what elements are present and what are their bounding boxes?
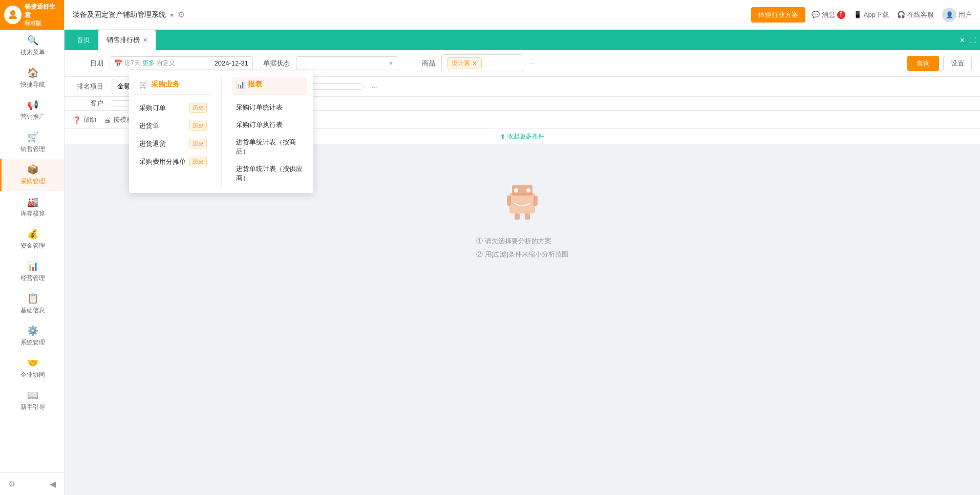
svg-rect-8: [525, 213, 530, 220]
goods-label: 商品: [404, 59, 435, 68]
app-download-action[interactable]: 📱 App下载: [854, 10, 889, 19]
history-badge-3: 历史: [189, 157, 207, 166]
incoming-stats-supplier-item[interactable]: 进货单统计表（按供应商）: [232, 160, 308, 187]
tab-expand-icon[interactable]: ⛶: [969, 36, 976, 44]
tab-bar-end: ✕ ⛶: [960, 36, 976, 44]
online-service-action[interactable]: 🎧 在线客服: [897, 10, 934, 19]
svg-rect-6: [534, 196, 538, 206]
filter-actions: 查询 设置: [907, 56, 972, 71]
industry-btn[interactable]: 体验行业方案: [751, 7, 805, 23]
topbar-actions: 💬 消息 5 📱 App下载 🎧 在线客服 👤 用户: [812, 8, 972, 22]
purchase-section-icon: 🛒: [139, 80, 148, 89]
doc-status-select[interactable]: ▾: [296, 56, 398, 70]
salesman-more-btn[interactable]: ···: [372, 83, 377, 91]
message-badge: 5: [837, 11, 845, 19]
purchase-cost-item[interactable]: 采购费用分摊单 历史: [135, 153, 211, 170]
help-btn[interactable]: ❓ 帮助: [73, 115, 96, 124]
footer-collapse-btn[interactable]: ◀: [50, 479, 56, 489]
setting-btn[interactable]: 设置: [943, 56, 972, 71]
finance-icon: 💰: [27, 228, 38, 240]
dropdown-col-report: 📊 报表 采购订单统计表 采购订单执行表 进货单统计表（按商品） 进货单统计表（…: [226, 77, 314, 187]
settings-icon[interactable]: ⚙: [178, 10, 185, 19]
customer-label: 客户: [73, 99, 103, 108]
sidebar-item-search[interactable]: 🔍 搜索菜单: [0, 30, 64, 62]
sidebar-item-guide[interactable]: 📖 新手引导: [0, 384, 64, 417]
enterprise-icon: 🤝: [27, 357, 38, 369]
purchase-order-stats-item[interactable]: 采购订单统计表: [232, 99, 308, 116]
logo-icon: [4, 6, 22, 24]
svg-rect-7: [515, 213, 520, 220]
sidebar-logo: 畅捷通好生意 标准版: [0, 0, 64, 30]
sidebar-item-system[interactable]: ⚙️ 系统管理: [0, 320, 64, 352]
search-icon: 🔍: [27, 35, 38, 46]
message-action[interactable]: 💬 消息 5: [812, 10, 845, 19]
svg-point-4: [526, 188, 530, 192]
tab-sales-rank[interactable]: 销售排行榜 ✕: [98, 30, 156, 50]
incoming-stats-goods-item[interactable]: 进货单统计表（按商品）: [232, 134, 308, 160]
goods-input[interactable]: 设计素 ✕: [441, 54, 523, 72]
headset-icon: 🎧: [897, 11, 905, 18]
sidebar-item-sales[interactable]: 🛒 销售管理: [0, 126, 64, 159]
goods-more-btn[interactable]: ···: [529, 59, 535, 67]
print-icon: 🖨: [104, 116, 111, 124]
logo-text: 畅捷通好生意 标准版: [25, 3, 60, 28]
sidebar-item-enterprise[interactable]: 🤝 企业协同: [0, 352, 64, 384]
sales-icon: 🛒: [27, 132, 38, 143]
purchase-order-exec-item[interactable]: 采购订单执行表: [232, 116, 308, 134]
sidebar-item-operation[interactable]: 📊 经营管理: [0, 255, 64, 288]
inventory-icon: 🏭: [27, 196, 38, 207]
sidebar-item-quicknav[interactable]: 🏠 快捷导航: [0, 62, 64, 94]
tab-bar: 首页 销售排行榜 ✕ ✕ ⛶: [65, 30, 980, 50]
sidebar-item-basic[interactable]: 📋 基础信息: [0, 288, 64, 320]
report-section-header: 📊 报表: [232, 77, 308, 95]
sidebar: 畅捷通好生意 标准版 🔍 搜索菜单 🏠 快捷导航 📢 营销推广 🛒 销售管理 📦…: [0, 0, 65, 495]
tab-close-all-icon[interactable]: ✕: [960, 36, 965, 44]
date-label: 日期: [73, 59, 103, 68]
basic-icon: 📋: [27, 293, 38, 304]
empty-tips: 请先选择要分析的方案 用[过滤]条件来缩小分析范围: [476, 234, 568, 261]
sidebar-item-purchase[interactable]: 📦 采购管理: [0, 159, 64, 191]
system-icon: ⚙️: [27, 325, 38, 336]
operation-icon: 📊: [27, 261, 38, 272]
purchase-section-header: 🛒 采购业务: [135, 77, 211, 95]
goods-tag: 设计素 ✕: [447, 57, 482, 69]
footer-settings-btn[interactable]: ⚙: [8, 479, 15, 489]
purchase-icon: 📦: [27, 164, 38, 175]
search-btn[interactable]: 查询: [907, 56, 939, 71]
sidebar-item-inventory[interactable]: 🏭 库存核算: [0, 191, 64, 223]
filter-main-row: 日期 📅 近7天 更多 自定义 2024-12-31 单据状态 ▾: [73, 54, 899, 72]
sidebar-item-marketing[interactable]: 📢 营销推广: [0, 94, 64, 126]
purchase-dropdown-menu: 🛒 采购业务 采购订单 历史 进货单 历史 进货退货 历史: [129, 71, 313, 193]
return-goods-item[interactable]: 进货退货 历史: [135, 135, 211, 153]
main-content: 装备及固定资产辅助管理系统 ▾ ⚙ 体验行业方案 💬 消息 5 📱 App下载 …: [65, 0, 980, 495]
user-action[interactable]: 👤 用户: [942, 8, 972, 22]
sidebar-footer: ⚙ ◀: [0, 472, 64, 495]
phone-icon: 📱: [854, 11, 862, 18]
sidebar-menu: 🔍 搜索菜单 🏠 快捷导航 📢 营销推广 🛒 销售管理 📦 采购管理 🏭 库存核…: [0, 30, 64, 472]
guide-icon: 📖: [27, 390, 38, 401]
svg-rect-1: [509, 193, 535, 213]
report-section-icon: 📊: [236, 80, 245, 89]
goods-tag-close[interactable]: ✕: [472, 60, 477, 67]
empty-illustration: [497, 175, 548, 226]
sidebar-item-finance[interactable]: 💰 资金管理: [0, 223, 64, 255]
menu-divider: [221, 77, 222, 187]
tab-close-icon[interactable]: ✕: [143, 37, 147, 44]
purchase-order-item[interactable]: 采购订单 历史: [135, 99, 211, 117]
content-area: 日期 📅 近7天 更多 自定义 2024-12-31 单据状态 ▾: [65, 50, 980, 495]
title-dropdown-icon[interactable]: ▾: [170, 11, 174, 19]
date-range-input[interactable]: 📅 近7天 更多 自定义 2024-12-31: [110, 56, 253, 70]
collapse-icon: ⬆: [500, 133, 505, 140]
svg-point-0: [10, 10, 15, 15]
avatar: 👤: [942, 8, 956, 22]
doc-status-label: 单据状态: [259, 59, 290, 68]
system-title: 装备及固定资产辅助管理系统 ▾ ⚙: [73, 10, 745, 19]
dropdown-columns: 🛒 采购业务 采购订单 历史 进货单 历史 进货退货 历史: [129, 77, 313, 187]
tab-home[interactable]: 首页: [69, 30, 98, 50]
home-icon: 🏠: [27, 67, 38, 78]
top-bar: 装备及固定资产辅助管理系统 ▾ ⚙ 体验行业方案 💬 消息 5 📱 App下载 …: [65, 0, 980, 30]
message-icon: 💬: [812, 11, 820, 18]
history-badge-1: 历史: [189, 121, 207, 131]
rank-label: 排名项目: [73, 82, 103, 91]
incoming-order-item[interactable]: 进货单 历史: [135, 117, 211, 135]
